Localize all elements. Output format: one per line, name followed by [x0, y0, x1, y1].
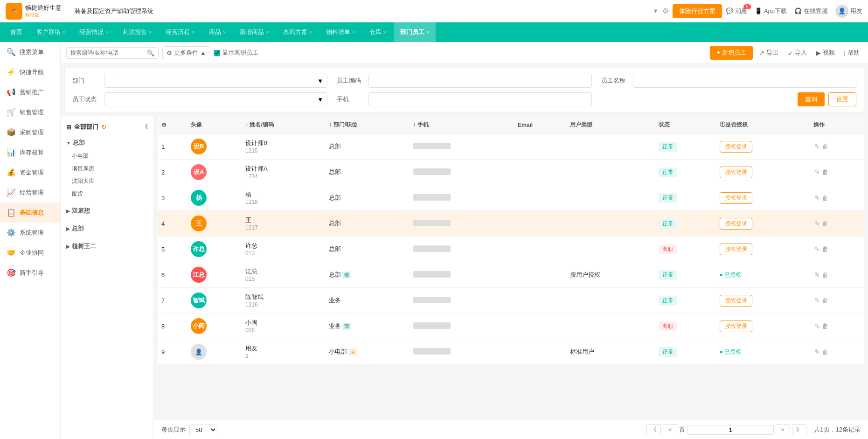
- search-input[interactable]: [70, 49, 145, 56]
- navtab-商品[interactable]: 商品×: [202, 22, 232, 42]
- navtab-条码方案[interactable]: 条码方案×: [277, 22, 319, 42]
- prev-page-btn[interactable]: ＜: [663, 424, 677, 435]
- emp-code-input[interactable]: [368, 74, 592, 88]
- more-filter-btn[interactable]: ⚙ 更多条件 ▲: [162, 46, 210, 59]
- navtab-新增商品[interactable]: 新增商品×: [233, 22, 275, 42]
- leftnav-item-search-menu[interactable]: 🔍搜索菜单: [0, 42, 60, 62]
- col-settings[interactable]: ⚙: [158, 116, 187, 134]
- add-employee-btn[interactable]: + 新增员工: [710, 46, 752, 60]
- auth-btn[interactable]: 授权登录: [720, 295, 752, 307]
- refresh-icon[interactable]: ↻: [101, 124, 106, 131]
- tab-close-icon[interactable]: ×: [105, 29, 108, 35]
- leftnav-item-inventory[interactable]: 📊库存核算: [0, 142, 60, 162]
- leftnav-item-finance[interactable]: 💰资金管理: [0, 162, 60, 182]
- delete-icon[interactable]: 🗑: [822, 194, 828, 202]
- leftnav-item-enterprise[interactable]: 🤝企业协同: [0, 243, 60, 263]
- edit-icon[interactable]: ✎: [814, 194, 820, 202]
- tree-child-item[interactable]: 沈阳大库: [61, 175, 153, 188]
- delete-icon[interactable]: 🗑: [822, 168, 828, 176]
- navtab-首页[interactable]: 首页: [4, 22, 29, 42]
- edit-icon[interactable]: ✎: [814, 322, 820, 330]
- help-btn[interactable]: | 帮助: [841, 47, 862, 59]
- settings-icon[interactable]: ⚙: [662, 7, 669, 15]
- tab-close-icon[interactable]: ×: [192, 29, 194, 35]
- import-btn[interactable]: ↙ 导入: [785, 47, 810, 59]
- delete-icon[interactable]: 🗑: [822, 297, 828, 304]
- leftnav-item-guide[interactable]: 🎯新手引导: [0, 263, 60, 283]
- view-btn[interactable]: ▶ 视频: [813, 47, 838, 59]
- delete-icon[interactable]: 🗑: [822, 271, 828, 279]
- edit-icon[interactable]: ✎: [814, 297, 820, 304]
- first-page-btn[interactable]: 《: [646, 424, 661, 435]
- tree-child-item[interactable]: 项目库房: [61, 162, 153, 175]
- tree-section-header[interactable]: ▶植树王二: [61, 239, 153, 253]
- online-service-btn[interactable]: 🎧 在线客服: [794, 7, 828, 15]
- dropdown-icon[interactable]: ▼: [653, 7, 659, 14]
- edit-icon[interactable]: ✎: [814, 271, 820, 279]
- edit-icon[interactable]: ✎: [814, 348, 820, 355]
- tree-section-header[interactable]: ▶双庭想: [61, 204, 153, 218]
- leftnav-item-system[interactable]: ⚙️系统管理: [0, 223, 60, 243]
- auth-btn[interactable]: 授权登录: [720, 167, 752, 178]
- auth-btn[interactable]: 授权登录: [720, 141, 752, 153]
- collapse-icon[interactable]: 《: [142, 123, 148, 131]
- tree-section-header[interactable]: ▶总部: [61, 222, 153, 236]
- emp-name-input[interactable]: [633, 74, 856, 88]
- tab-close-icon[interactable]: ×: [266, 29, 269, 35]
- navtab-仓库[interactable]: 仓库×: [363, 22, 393, 42]
- delete-icon[interactable]: 🗑: [822, 220, 828, 227]
- navtab-经营历程[interactable]: 经营历程×: [159, 22, 201, 42]
- col-dept[interactable]: ↕ 部门/职位: [325, 116, 409, 134]
- delete-icon[interactable]: 🗑: [822, 245, 828, 253]
- tab-close-icon[interactable]: ×: [149, 29, 152, 35]
- tree-child-item[interactable]: 小电部: [61, 150, 153, 162]
- leftnav-item-purchase[interactable]: 📦采购管理: [0, 122, 60, 142]
- tree-section-header[interactable]: ▼总部: [61, 136, 153, 150]
- tab-close-icon[interactable]: ×: [352, 29, 355, 35]
- user-btn[interactable]: 👤 用友: [835, 5, 862, 18]
- show-resigned-checkbox[interactable]: [214, 50, 220, 56]
- delete-icon[interactable]: 🗑: [822, 348, 828, 355]
- tab-close-icon[interactable]: ×: [62, 29, 65, 35]
- auth-btn[interactable]: 授权登录: [720, 321, 752, 332]
- navtab-利润报告[interactable]: 利润报告×: [116, 22, 158, 42]
- last-page-btn[interactable]: 》: [792, 424, 806, 435]
- tab-close-icon[interactable]: ×: [383, 29, 386, 35]
- delete-icon[interactable]: 🗑: [822, 322, 828, 330]
- trial-btn[interactable]: 体验行业方案: [673, 4, 722, 18]
- dept-select[interactable]: ▼: [104, 74, 327, 88]
- navtab-经营情况[interactable]: 经营情况×: [73, 22, 115, 42]
- edit-icon[interactable]: ✎: [814, 143, 820, 150]
- leftnav-item-marketing[interactable]: 📢营销推广: [0, 82, 60, 102]
- auth-btn[interactable]: 授权登录: [720, 218, 752, 230]
- edit-icon[interactable]: ✎: [814, 168, 820, 176]
- emp-status-select[interactable]: ▼: [104, 92, 327, 106]
- col-name[interactable]: ↕ 姓名/编码: [242, 116, 325, 134]
- delete-icon[interactable]: 🗑: [822, 143, 828, 150]
- app-download-btn[interactable]: 📱 App下载: [755, 7, 787, 15]
- edit-icon[interactable]: ✎: [814, 245, 820, 253]
- navtab-部门员工[interactable]: 部门员工×: [394, 22, 436, 42]
- message-btn[interactable]: 💬 消息 5: [726, 7, 747, 15]
- search-box[interactable]: 🔍: [66, 47, 159, 59]
- leftnav-item-basic-info[interactable]: 📋基础信息: [0, 202, 60, 223]
- leftnav-item-quick-nav[interactable]: ⚡快捷导航: [0, 62, 60, 82]
- tab-close-icon[interactable]: ×: [223, 29, 226, 35]
- next-page-btn[interactable]: ＞: [776, 424, 790, 435]
- auth-btn[interactable]: 授权登录: [720, 192, 752, 204]
- auth-btn[interactable]: 授权登录: [720, 244, 752, 255]
- set-btn[interactable]: 设置: [828, 92, 856, 106]
- navtab-客户联络[interactable]: 客户联络×: [30, 22, 72, 42]
- per-page-select[interactable]: 50 100: [189, 425, 217, 435]
- query-btn[interactable]: 查询: [798, 92, 825, 106]
- tree-child-item[interactable]: 配货: [61, 188, 153, 200]
- show-resigned-label[interactable]: 显示离职员工: [214, 49, 258, 57]
- current-page-input[interactable]: [687, 425, 774, 435]
- leftnav-item-sales[interactable]: 🛒销售管理: [0, 102, 60, 122]
- navtab-物料清单[interactable]: 物料清单×: [319, 22, 361, 42]
- phone-input[interactable]: [368, 92, 592, 106]
- export-btn[interactable]: ↗ 导出: [757, 47, 781, 59]
- edit-icon[interactable]: ✎: [814, 220, 820, 227]
- tab-close-icon[interactable]: ×: [309, 29, 312, 35]
- leftnav-item-operations[interactable]: 📈经营管理: [0, 182, 60, 202]
